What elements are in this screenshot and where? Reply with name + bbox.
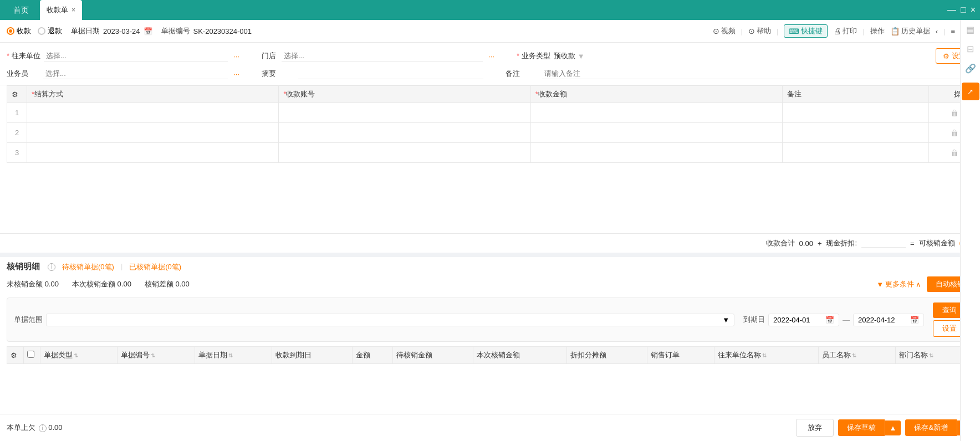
summary-input[interactable] <box>298 68 483 79</box>
note-input[interactable] <box>542 68 973 79</box>
footer-info-icon[interactable]: i <box>39 424 47 432</box>
range-label: 单据范围 <box>14 315 43 325</box>
nav-left-icon: ‹ <box>936 27 938 35</box>
date-field: 单据日期 2023-03-24 📅 <box>71 26 152 36</box>
staff-more-icon[interactable]: ··· <box>233 70 239 78</box>
row3-amount[interactable] <box>530 143 782 163</box>
row3-account[interactable] <box>279 143 530 163</box>
partner-input[interactable] <box>44 50 228 61</box>
col-discount-label: 折扣分摊额 <box>570 351 606 359</box>
table-gear-header[interactable]: ⚙ <box>7 86 27 103</box>
plus-sign: + <box>818 239 822 248</box>
col-discount-header: 折扣分摊额 <box>567 347 647 364</box>
video-label: 视频 <box>721 26 736 36</box>
video-btn[interactable]: ⊙ 视频 <box>713 26 736 36</box>
date-dash: — <box>843 316 850 324</box>
tab-home[interactable]: 首页 <box>4 0 38 20</box>
col-order-header: 销售订单 <box>647 347 714 364</box>
radio-receipt[interactable]: 收款 <box>7 26 31 36</box>
col-staff-sort[interactable]: ⇅ <box>852 352 856 358</box>
partner-field: 往来单位 ··· <box>7 50 239 61</box>
col-due-label: 收款到期日 <box>275 351 312 359</box>
chevron-up-icon: ∧ <box>916 280 921 289</box>
shortcut-btn[interactable]: ⌨ 快捷键 <box>784 24 828 38</box>
col-amount-label-b: 金额 <box>356 351 370 359</box>
radio-refund[interactable]: 退款 <box>38 26 62 36</box>
col-gear-header[interactable]: ⚙ <box>7 347 24 364</box>
row1-note[interactable] <box>783 103 929 123</box>
col-number-sort[interactable]: ⇅ <box>151 352 155 358</box>
maximize-icon[interactable]: □ <box>961 5 966 15</box>
minimize-icon[interactable]: — <box>947 5 956 15</box>
current-label: 本次核销金额 <box>72 280 115 288</box>
date-label: 单据日期 <box>71 26 100 36</box>
store-input[interactable] <box>282 50 483 61</box>
row2-account[interactable] <box>279 123 530 143</box>
row2-settle[interactable] <box>27 123 279 143</box>
tab-done[interactable]: 已核销单据(0笔) <box>129 262 181 272</box>
operation-label: 操作 <box>870 26 885 36</box>
range-arrow-icon: ▼ <box>722 316 729 324</box>
col-note-header: 备注 <box>783 86 929 103</box>
save-draft-btn[interactable]: 保存草稿 <box>838 419 885 436</box>
toolbar: 收款 退款 单据日期 2023-03-24 📅 单据编号 SK-20230324… <box>0 20 980 43</box>
abandon-btn[interactable]: 放弃 <box>796 419 834 437</box>
row1-amount[interactable] <box>530 103 782 123</box>
store-more-icon[interactable]: ··· <box>488 52 494 60</box>
row2-note[interactable] <box>783 123 929 143</box>
sidebar-icon-1[interactable]: ▤ <box>966 24 974 35</box>
row1-account[interactable] <box>279 103 530 123</box>
close-icon[interactable]: × <box>971 5 976 15</box>
row1-delete-icon[interactable]: 🗑 <box>951 109 958 117</box>
row3-note[interactable] <box>783 143 929 163</box>
sidebar-icon-2[interactable]: ⊟ <box>967 44 974 54</box>
main-content: 收款 退款 单据日期 2023-03-24 📅 单据编号 SK-20230324… <box>0 20 980 441</box>
history-btn[interactable]: 📋 历史单据 <box>890 26 930 36</box>
help-icon: ⊙ <box>748 27 755 35</box>
sidebar-icon-3[interactable]: 🔗 <box>965 63 976 74</box>
sidebar-icon-4-active[interactable]: ↗ <box>962 83 979 100</box>
table-row: 1 🗑 ⊞ <box>7 103 973 123</box>
col-check-header[interactable] <box>24 347 40 364</box>
operation-btn[interactable]: 操作 <box>870 26 885 36</box>
range-select[interactable]: ▼ <box>46 314 734 326</box>
date-to-icon[interactable]: 📅 <box>910 316 919 324</box>
business-select[interactable]: 预收款 ▼ <box>554 51 585 61</box>
form-row-1: 往来单位 ··· 门店 ··· 业务类型 预收款 ▼ ⚙ <box>7 48 973 64</box>
layout1-btn[interactable]: ≡ <box>951 27 955 35</box>
col-date-header: 单据日期 ⇅ <box>195 347 272 364</box>
more-filters-btn[interactable]: ▼ 更多条件 ∧ <box>876 279 921 289</box>
col-number-header: 单据编号 ⇅ <box>118 347 195 364</box>
help-btn[interactable]: ⊙ 帮助 <box>748 26 771 36</box>
col-date-sort[interactable]: ⇅ <box>228 352 233 358</box>
row2-amount[interactable] <box>530 123 782 143</box>
tab-close-icon[interactable]: × <box>72 0 75 20</box>
select-all-checkbox[interactable] <box>27 351 34 358</box>
staff-input[interactable] <box>43 68 228 79</box>
calendar-icon[interactable]: 📅 <box>144 27 152 35</box>
print-btn[interactable]: 🖨 打印 <box>833 26 857 36</box>
partner-more-icon[interactable]: ··· <box>233 52 239 60</box>
save-new-btn[interactable]: 保存&新增 <box>905 419 957 436</box>
nav-left-btn[interactable]: ‹ <box>936 27 938 35</box>
date-to-input[interactable] <box>858 316 908 324</box>
col-type-sort[interactable]: ⇅ <box>74 352 78 358</box>
col-partner-sort[interactable]: ⇅ <box>762 352 767 358</box>
tab-pending[interactable]: 待核销单据(0笔) <box>62 262 114 272</box>
col-dept-sort[interactable]: ⇅ <box>929 352 933 358</box>
row3-delete-icon[interactable]: 🗑 <box>951 148 958 157</box>
receipt-table: ⚙ *结算方式 *收款账号 *收款金额 备注 操作 <box>7 85 973 163</box>
date-from-input[interactable] <box>773 316 823 324</box>
receivable-label: 可核销金额 <box>919 238 955 248</box>
row1-settle[interactable] <box>27 103 279 123</box>
tab-receipt[interactable]: 收款单 × <box>40 0 82 20</box>
reconcile-info-icon[interactable]: i <box>48 263 55 271</box>
row3-settle[interactable] <box>27 143 279 163</box>
save-draft-arrow-btn[interactable]: ▲ <box>885 421 901 435</box>
row2-delete-icon[interactable]: 🗑 <box>951 129 958 137</box>
col-order-label: 销售订单 <box>651 351 680 359</box>
discount-input[interactable] <box>861 239 906 248</box>
col-amount-header-b: 金额 <box>353 347 393 364</box>
date-from-icon[interactable]: 📅 <box>825 316 834 324</box>
business-arrow-icon: ▼ <box>578 52 585 60</box>
